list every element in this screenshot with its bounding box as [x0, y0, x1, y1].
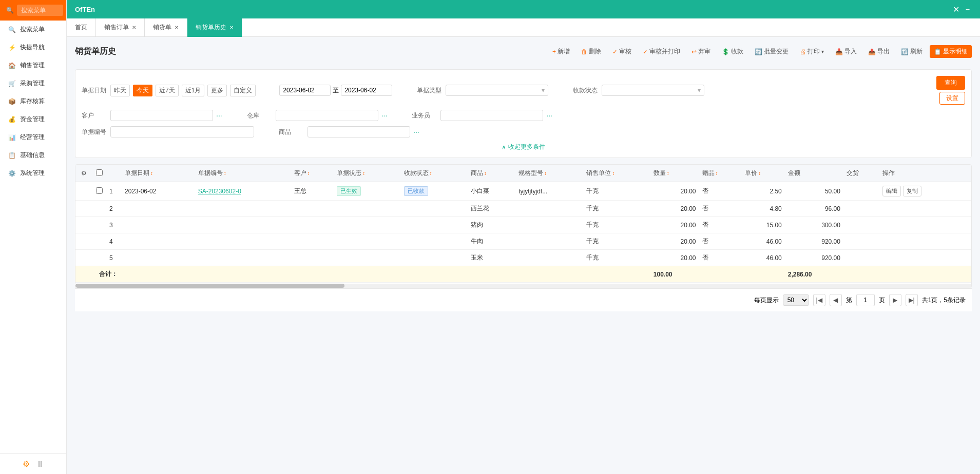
row-doc-no[interactable]: [195, 250, 291, 266]
sidebar-item-sales[interactable]: 🏠 销售管理: [0, 56, 66, 74]
doc-type-input[interactable]: [449, 87, 542, 94]
refresh-button[interactable]: 🔃 刷新: [897, 45, 927, 58]
row-collect-status: [401, 217, 468, 233]
collapse-btn[interactable]: ∧ 收起更多条件: [82, 143, 965, 151]
col-spec[interactable]: 规格型号↕: [515, 165, 583, 182]
sidebar-item-search[interactable]: 🔍 搜索菜单: [0, 21, 66, 38]
tab-sales-delivery-close[interactable]: ✕: [175, 25, 179, 30]
sidebar-item-basic-info[interactable]: 📋 基础信息: [0, 146, 66, 164]
salesperson-ellipsis-btn[interactable]: ···: [546, 111, 552, 120]
row-amount: 920.00: [785, 250, 843, 266]
new-button[interactable]: + 新增: [548, 45, 574, 58]
search-input[interactable]: [17, 5, 63, 16]
col-collect-status[interactable]: 收款状态↕: [401, 165, 468, 182]
row-spec: tyjytjtyjdf...: [515, 182, 583, 201]
review-button[interactable]: ✓ 审核: [608, 45, 636, 58]
row-checkbox[interactable]: [92, 233, 106, 250]
date-btn-7days[interactable]: 近7天: [156, 85, 179, 96]
first-page-btn[interactable]: |◀: [813, 294, 825, 306]
goods-input[interactable]: [308, 126, 410, 137]
import-icon: 📥: [835, 48, 843, 55]
customer-ellipsis-btn[interactable]: ···: [216, 111, 222, 120]
col-customer[interactable]: 客户↕: [291, 165, 334, 182]
sidebar-item-quick-nav[interactable]: ⚡ 快捷导航: [0, 38, 66, 56]
query-button[interactable]: 查询: [936, 76, 965, 90]
col-settings[interactable]: ⚙: [75, 165, 92, 182]
data-table-container: ⚙ 单据日期↕ 单据编号↕ 客户↕ 单据状态↕ 收款状态↕ 商品↕ 规格型号↕ …: [75, 164, 972, 288]
horizontal-scrollbar[interactable]: [75, 284, 971, 288]
sidebar-item-label: 系统管理: [20, 169, 45, 177]
goods-ellipsis-btn[interactable]: ···: [413, 128, 419, 136]
col-unit[interactable]: 销售单位↕: [583, 165, 650, 182]
row-customer: [291, 201, 334, 217]
row-goods: 猪肉: [468, 217, 515, 233]
col-goods[interactable]: 商品↕: [468, 165, 515, 182]
sidebar-item-finance[interactable]: 💰 资金管理: [0, 110, 66, 128]
select-all-checkbox[interactable]: [96, 169, 103, 176]
row-checkbox[interactable]: [92, 201, 106, 217]
copy-button[interactable]: 复制: [903, 186, 921, 196]
date-btn-custom[interactable]: 自定义: [230, 85, 256, 96]
close-btn[interactable]: ✕: [953, 5, 959, 14]
date-btn-more[interactable]: 更多: [207, 85, 227, 96]
last-page-btn[interactable]: ▶|: [906, 294, 918, 306]
col-doc-status[interactable]: 单据状态↕: [334, 165, 400, 182]
date-from-input[interactable]: [279, 85, 331, 96]
tab-sales-history-close[interactable]: ✕: [229, 25, 234, 30]
tab-sales-delivery[interactable]: 销货单 ✕: [145, 18, 187, 37]
collect-button[interactable]: 💲 收款: [718, 45, 747, 58]
col-checkbox[interactable]: [92, 165, 106, 182]
row-qty: 20.00: [650, 233, 699, 250]
export-button[interactable]: 📤 导出: [864, 45, 894, 58]
batch-change-button[interactable]: 🔄 批量变更: [751, 45, 793, 58]
customer-input[interactable]: [110, 110, 213, 121]
sidebar-item-system[interactable]: ⚙️ 系统管理: [0, 164, 66, 182]
tab-home[interactable]: 首页: [67, 18, 96, 37]
prev-page-btn[interactable]: ◀: [830, 294, 842, 306]
date-btn-yesterday[interactable]: 昨天: [110, 85, 130, 96]
tab-sales-history[interactable]: 销货单历史 ✕: [187, 18, 242, 37]
row-checkbox[interactable]: [92, 250, 106, 266]
tab-sales-order-close[interactable]: ✕: [132, 25, 136, 30]
col-gift[interactable]: 赠品↕: [699, 165, 742, 182]
sidebar-item-inventory[interactable]: 📦 库存核算: [0, 92, 66, 110]
minimize-btn[interactable]: －: [964, 4, 972, 15]
per-page-select[interactable]: 50 100 200: [783, 294, 809, 306]
delete-button[interactable]: 🗑 删除: [577, 45, 605, 58]
sidebar-bottom-icon1[interactable]: ⚙: [23, 459, 30, 469]
row-doc-no[interactable]: SA-20230602-0: [195, 182, 291, 201]
sidebar-item-purchase[interactable]: 🛒 采购管理: [0, 74, 66, 92]
col-doc-no[interactable]: 单据编号↕: [195, 165, 291, 182]
row-checkbox[interactable]: [92, 217, 106, 233]
edit-button[interactable]: 编辑: [882, 186, 901, 196]
row-doc-no[interactable]: [195, 201, 291, 217]
page-number-input[interactable]: [856, 294, 875, 306]
date-btn-1month[interactable]: 近1月: [182, 85, 205, 96]
collect-status-input[interactable]: [605, 87, 698, 94]
review-print-button[interactable]: ✓ 审核并打印: [639, 45, 684, 58]
row-doc-no[interactable]: [195, 233, 291, 250]
settings-button[interactable]: 设置: [939, 92, 965, 105]
warehouse-input[interactable]: [276, 110, 378, 121]
row-action: [879, 250, 971, 266]
show-detail-button[interactable]: 📋 显示明细: [930, 45, 972, 58]
date-btn-today[interactable]: 今天: [133, 85, 152, 96]
scrollbar-thumb[interactable]: [75, 284, 344, 288]
tab-sales-order[interactable]: 销售订单 ✕: [96, 18, 145, 37]
row-checkbox[interactable]: [92, 182, 106, 201]
print-button[interactable]: 🖨 打印 ▾: [796, 45, 828, 58]
sidebar-item-operations[interactable]: 📊 经营管理: [0, 128, 66, 146]
warehouse-ellipsis-btn[interactable]: ···: [381, 111, 388, 120]
sidebar-bottom-icon2[interactable]: ⏸: [36, 460, 44, 469]
salesperson-input[interactable]: [440, 110, 543, 121]
import-button[interactable]: 📥 导入: [831, 45, 861, 58]
date-to-input[interactable]: [341, 85, 392, 96]
next-page-btn[interactable]: ▶: [889, 294, 901, 306]
col-price[interactable]: 单价↕: [742, 165, 785, 182]
abandon-button[interactable]: ↩ 弃审: [687, 45, 715, 58]
col-doc-date[interactable]: 单据日期↕: [122, 165, 195, 182]
col-qty[interactable]: 数量↕: [650, 165, 699, 182]
row-doc-no[interactable]: [195, 217, 291, 233]
row-index: 5: [106, 250, 122, 266]
doc-no-input[interactable]: [110, 126, 254, 137]
